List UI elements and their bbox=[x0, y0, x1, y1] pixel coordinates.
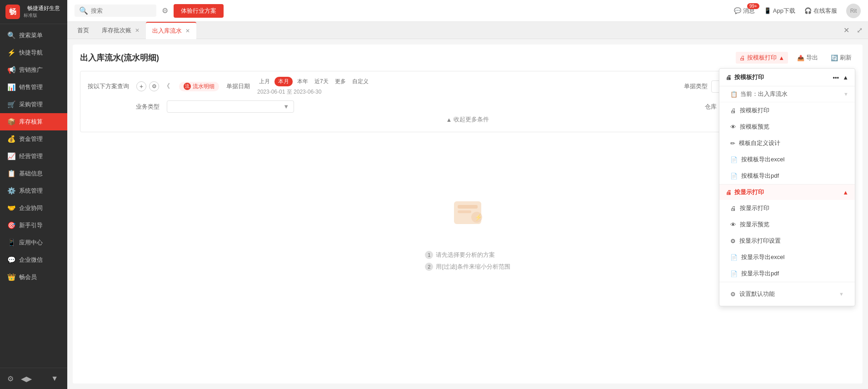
sidebar-item-marketing[interactable]: 📢 营销推广 bbox=[0, 61, 67, 79]
date-tabs: 上月 本月 本年 近7天 更多 自定义 bbox=[257, 77, 370, 86]
sidebar-item-label: 营销推广 bbox=[19, 66, 43, 74]
app-download-button[interactable]: 📱 App下载 bbox=[764, 7, 795, 15]
industry-solution-button[interactable]: 体验行业方案 bbox=[174, 4, 224, 18]
dropdown-section-chevron: ▲ bbox=[843, 189, 848, 196]
dropdown-footer-default[interactable]: ⚙ 设置默认功能 ▼ bbox=[726, 287, 848, 301]
print-template-chevron: ▲ bbox=[778, 55, 784, 61]
sidebar-item-member[interactable]: 👑 畅会员 bbox=[0, 269, 67, 286]
purchase-icon: 🛒 bbox=[7, 100, 15, 109]
page-content: 出入库流水(流水明细) 🖨 按模板打印 ▲ 📤 导出 🔄 刷新 bbox=[67, 39, 868, 389]
topbar-search-input[interactable] bbox=[91, 7, 145, 14]
notification-icon: 💬 bbox=[734, 7, 741, 14]
sidebar-collapse-icon[interactable]: ◀▶ bbox=[21, 374, 32, 383]
export-icon: 📤 bbox=[797, 55, 804, 61]
export-button[interactable]: 📤 导出 bbox=[793, 52, 822, 64]
business-type-select[interactable]: ▼ bbox=[167, 100, 294, 113]
sidebar-item-search[interactable]: 🔍 搜索菜单 bbox=[0, 27, 67, 44]
sidebar-item-purchase[interactable]: 🛒 采购管理 bbox=[0, 96, 67, 113]
sidebar-item-quicknav[interactable]: ⚡ 快捷导航 bbox=[0, 44, 67, 61]
date-tab-more[interactable]: 更多 bbox=[333, 77, 348, 86]
date-filter: 上月 本月 本年 近7天 更多 自定义 2023-06-01 至 2023-06… bbox=[257, 77, 370, 96]
dropdown-item-template-custom[interactable]: ✏ 模板自定义设计 bbox=[719, 135, 855, 151]
filter-collapse-icon[interactable]: 《 bbox=[162, 81, 172, 91]
sidebar-scroll-down[interactable]: ▼ bbox=[49, 373, 60, 384]
sidebar-item-wechat[interactable]: 💬 企业微信 bbox=[0, 251, 67, 269]
notification-button[interactable]: 💬 消息 99+ bbox=[734, 7, 755, 15]
dropdown-item-pdf-icon: 📄 bbox=[730, 173, 738, 180]
sidebar-item-label: 经营管理 bbox=[19, 152, 43, 160]
dropdown-item-display-export-excel[interactable]: 📄 按显示导出excel bbox=[719, 249, 855, 265]
dropdown-title: 按模板打印 bbox=[734, 73, 764, 81]
dropdown-item-display-print-icon: 🖨 bbox=[730, 205, 736, 212]
dropdown-item-custom-icon: ✏ bbox=[730, 140, 735, 147]
tab-home[interactable]: 首页 bbox=[71, 22, 95, 39]
sidebar-item-guide[interactable]: 🎯 新手引导 bbox=[0, 217, 67, 234]
dropdown-item-display-settings[interactable]: ⚙ 按显示打印设置 bbox=[719, 233, 855, 249]
sidebar-item-operations[interactable]: 📈 经营管理 bbox=[0, 148, 67, 165]
topbar-gear-icon[interactable]: ⚙ bbox=[162, 6, 168, 15]
date-tab-this-year[interactable]: 本年 bbox=[295, 77, 310, 86]
dropdown-item-template-export-excel-label: 按模板导出excel bbox=[741, 155, 784, 164]
dropdown-header: 🖨 按模板打印 ••• ▲ bbox=[719, 69, 855, 86]
sidebar-item-inventory[interactable]: 📦 库存核算 bbox=[0, 113, 67, 130]
dropdown-item-display-settings-icon: ⚙ bbox=[730, 238, 736, 244]
print-dropdown-panel: 🖨 按模板打印 ••• ▲ 📋 当前：出入库流水 ▼ bbox=[719, 68, 855, 306]
dropdown-section-display-label: 按显示打印 bbox=[734, 188, 764, 196]
window-maximize-icon[interactable]: ⤢ bbox=[855, 25, 864, 35]
sidebar-item-collab[interactable]: 🤝 企业协同 bbox=[0, 199, 67, 217]
dropdown-item-display-print-label: 按显示打印 bbox=[740, 204, 769, 212]
warehouse-label: 仓库 bbox=[705, 103, 717, 111]
sidebar-logo: 畅 畅捷通好生意 标准版 bbox=[0, 0, 67, 24]
dropdown-item-display-pdf-icon: 📄 bbox=[730, 270, 738, 277]
dropdown-section-display[interactable]: 🖨 按显示打印 ▲ bbox=[719, 185, 855, 200]
window-close-icon[interactable]: ✕ bbox=[842, 25, 851, 35]
sidebar-item-appcenter[interactable]: 📱 应用中心 bbox=[0, 234, 67, 251]
svg-rect-1 bbox=[458, 205, 478, 209]
dropdown-item-template-print[interactable]: 🖨 按模板打印 bbox=[719, 102, 855, 119]
print-template-button[interactable]: 🖨 按模板打印 ▲ bbox=[736, 52, 788, 64]
dropdown-item-template-export-excel[interactable]: 📄 按模板导出excel bbox=[719, 151, 855, 168]
member-icon: 👑 bbox=[7, 273, 15, 281]
export-label: 导出 bbox=[806, 54, 818, 62]
date-tab-this-month[interactable]: 本月 bbox=[274, 77, 293, 86]
date-tab-7days[interactable]: 近7天 bbox=[313, 77, 330, 86]
print-template-icon: 🖨 bbox=[739, 55, 745, 61]
dropdown-item-display-preview[interactable]: 👁 按显示预览 bbox=[719, 216, 855, 233]
dropdown-item-display-export-pdf[interactable]: 📄 按显示导出pdf bbox=[719, 265, 855, 282]
dropdown-current-arrow: ▼ bbox=[843, 91, 848, 97]
date-tab-last-month[interactable]: 上月 bbox=[257, 77, 272, 86]
appcenter-icon: 📱 bbox=[7, 239, 15, 247]
sidebar-item-finance[interactable]: 💰 资金管理 bbox=[0, 130, 67, 148]
tip-num-1: 1 bbox=[425, 251, 433, 259]
tab-batch-close[interactable]: ✕ bbox=[135, 27, 140, 34]
topbar-search-box[interactable]: 🔍 bbox=[75, 5, 156, 17]
sidebar-item-basic[interactable]: 📋 基础信息 bbox=[0, 165, 67, 182]
refresh-button[interactable]: 🔄 刷新 bbox=[827, 52, 855, 64]
page-header: 出入库流水(流水明细) 🖨 按模板打印 ▲ 📤 导出 🔄 刷新 bbox=[80, 52, 855, 64]
sidebar-item-sales[interactable]: 📊 销售管理 bbox=[0, 79, 67, 96]
sidebar-item-system[interactable]: ⚙️ 系统管理 bbox=[0, 182, 67, 199]
page-inner: 出入库流水(流水明细) 🖨 按模板打印 ▲ 📤 导出 🔄 刷新 bbox=[73, 45, 863, 384]
dropdown-item-display-export-excel-label: 按显示导出excel bbox=[741, 253, 784, 261]
dropdown-item-template-export-pdf-label: 按模板导出pdf bbox=[741, 172, 779, 180]
svg-rect-2 bbox=[458, 210, 471, 213]
filter-add-button[interactable]: + bbox=[136, 81, 146, 91]
filter-tools: + ⚙ 《 bbox=[136, 81, 172, 91]
user-avatar[interactable]: Rit bbox=[846, 4, 861, 18]
dropdown-item-display-print[interactable]: 🖨 按显示打印 bbox=[719, 200, 855, 216]
tab-flow-close[interactable]: ✕ bbox=[185, 28, 190, 34]
dropdown-item-template-preview[interactable]: 👁 按模板预览 bbox=[719, 119, 855, 135]
filter-settings-icon[interactable]: ⚙ bbox=[149, 81, 159, 91]
svg-text:⚡: ⚡ bbox=[474, 214, 483, 221]
tab-flow[interactable]: 出入库流水 ✕ bbox=[146, 22, 196, 39]
tab-batch[interactable]: 库存批次账 ✕ bbox=[95, 22, 146, 39]
filter-tag: 流 流水明细 bbox=[179, 82, 219, 91]
dropdown-item-template-export-pdf[interactable]: 📄 按模板导出pdf bbox=[719, 168, 855, 184]
tip-num-2: 2 bbox=[425, 263, 433, 271]
sidebar-settings-icon[interactable]: ⚙ bbox=[7, 374, 14, 383]
sidebar-item-label: 畅会员 bbox=[19, 273, 37, 281]
service-label: 在线客服 bbox=[813, 7, 837, 15]
online-service-button[interactable]: 🎧 在线客服 bbox=[804, 7, 837, 15]
date-tab-custom[interactable]: 自定义 bbox=[350, 77, 370, 86]
sidebar: 畅 畅捷通好生意 标准版 🔍 搜索菜单 ⚡ 快捷导航 📢 营销推广 📊 销售管理… bbox=[0, 0, 67, 389]
